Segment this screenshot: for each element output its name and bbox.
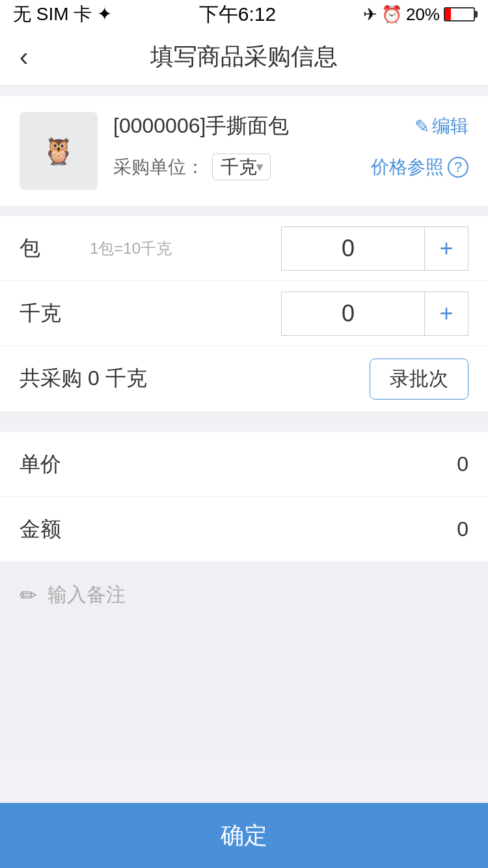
price-ref-help-icon: ? [448,157,468,178]
amount-row: 金额 0 [0,497,488,562]
nav-bar: ‹ 填写商品采购信息 [0,29,488,86]
status-time: 下午6:12 [199,1,276,28]
kg-plus-button[interactable]: + [424,292,468,336]
unit-price-value: 0 [457,452,468,476]
product-image: 🦉 [20,112,98,190]
product-info: [0000006]手撕面包 ✎ 编辑 采购单位： 千克 包 件 价格参照 ? [113,112,468,180]
unit-price-label: 单价 [20,450,61,479]
bag-label: 包 [20,234,85,263]
bag-sublabel: 1包=10千克 [90,238,172,259]
unit-row: 采购单位： 千克 包 件 价格参照 ? [113,154,468,180]
notes-section[interactable]: ✏ 输入备注 [0,562,488,757]
location-icon: ✈ [363,5,377,25]
price-section: 单价 0 金额 0 [0,432,488,562]
product-name: [0000006]手撕面包 [113,112,289,141]
back-button[interactable]: ‹ [20,42,28,72]
section-divider-2 [0,411,488,422]
unit-select[interactable]: 千克 包 件 [212,154,271,180]
bag-plus-button[interactable]: + [424,226,468,271]
unit-label: 采购单位： [113,155,204,180]
status-right: ✈ ⏰ 20% [363,5,475,25]
notes-input-area: ✏ 输入备注 [20,582,468,608]
input-section: 包 1包=10千克 + 千克 + [0,216,488,346]
kg-quantity-input[interactable] [281,292,424,336]
product-logo: 🦉 [42,136,75,167]
alarm-icon: ⏰ [381,5,402,25]
total-row: 共采购 0 千克 录批次 [0,346,488,411]
edit-label: 编辑 [432,114,468,139]
batch-button[interactable]: 录批次 [370,359,468,400]
unit-price-row: 单价 0 [0,432,488,497]
product-card: 🦉 [0000006]手撕面包 ✎ 编辑 采购单位： 千克 包 件 [0,96,488,206]
confirm-button[interactable]: 确定 [0,803,488,868]
bag-quantity-input[interactable] [281,226,424,271]
unit-select-wrapper[interactable]: 千克 包 件 [212,154,271,180]
edit-button[interactable]: ✎ 编辑 [414,114,468,139]
product-name-row: [0000006]手撕面包 ✎ 编辑 [113,112,468,141]
battery-text: 20% [406,5,440,25]
price-ref-label: 价格参照 [371,155,444,180]
amount-label: 金额 [20,515,61,544]
bag-input-row: 包 1包=10千克 + [0,216,488,281]
signal-text: 无 SIM 卡 ✦ [13,2,112,27]
kg-label: 千克 [20,299,85,328]
status-left: 无 SIM 卡 ✦ [13,2,112,27]
battery-icon [444,7,475,21]
notes-placeholder: 输入备注 [47,582,126,608]
battery-fill [445,8,451,20]
status-bar: 无 SIM 卡 ✦ 下午6:12 ✈ ⏰ 20% [0,0,488,29]
kg-input-row: 千克 + [0,281,488,346]
edit-icon: ✎ [414,116,429,137]
pencil-icon: ✏ [20,583,37,608]
page-title: 填写商品采购信息 [150,41,338,73]
price-ref-button[interactable]: 价格参照 ? [371,155,468,180]
section-divider-1 [0,206,488,216]
total-text: 共采购 0 千克 [20,364,147,393]
amount-value: 0 [457,517,468,541]
